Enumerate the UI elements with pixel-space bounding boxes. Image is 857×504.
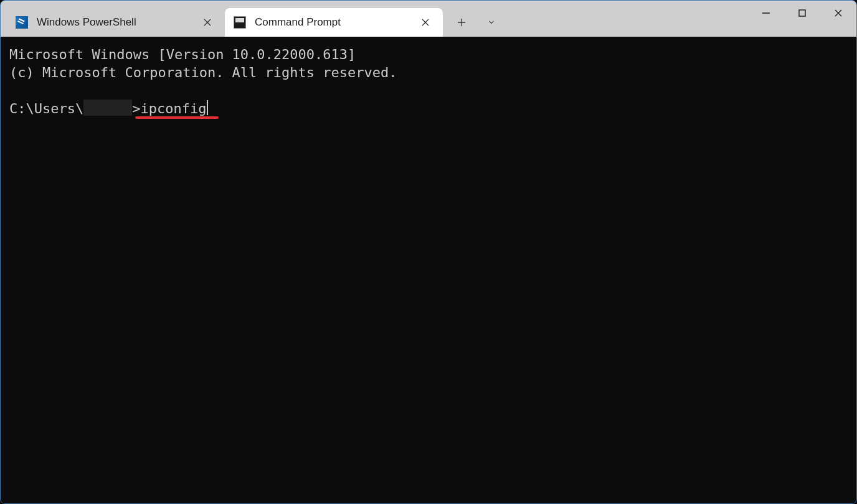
new-tab-button[interactable]: [447, 8, 476, 37]
banner-line: Microsoft Windows [Version 10.0.22000.61…: [9, 47, 356, 62]
tabbar-controls: [447, 8, 506, 37]
typed-command: ipconfig: [140, 101, 206, 116]
text-cursor: [207, 100, 208, 115]
close-tab-button[interactable]: [199, 14, 216, 31]
tab-powershell[interactable]: Windows PowerShell: [7, 8, 225, 37]
close-window-button[interactable]: [820, 1, 856, 26]
prompt-prefix: C:\Users\: [9, 101, 83, 116]
banner-line: (c) Microsoft Corporation. All rights re…: [9, 65, 397, 80]
minimize-button[interactable]: [748, 1, 784, 26]
maximize-button[interactable]: [784, 1, 820, 26]
tab-dropdown-button[interactable]: [476, 8, 506, 37]
window-controls: [748, 1, 856, 26]
powershell-icon: [16, 16, 28, 29]
tab-title: Command Prompt: [255, 16, 412, 29]
close-tab-button[interactable]: [417, 14, 434, 31]
tab-title: Windows PowerShell: [37, 16, 194, 29]
tab-command-prompt[interactable]: Command Prompt: [225, 8, 443, 37]
titlebar: Windows PowerShell Command Prompt: [1, 1, 856, 37]
cmd-icon: [234, 16, 246, 29]
prompt-suffix: >: [132, 101, 140, 116]
svg-rect-0: [799, 10, 805, 16]
redacted-username: [83, 100, 132, 116]
annotation-underline: [135, 116, 219, 119]
terminal-output[interactable]: Microsoft Windows [Version 10.0.22000.61…: [1, 37, 856, 503]
